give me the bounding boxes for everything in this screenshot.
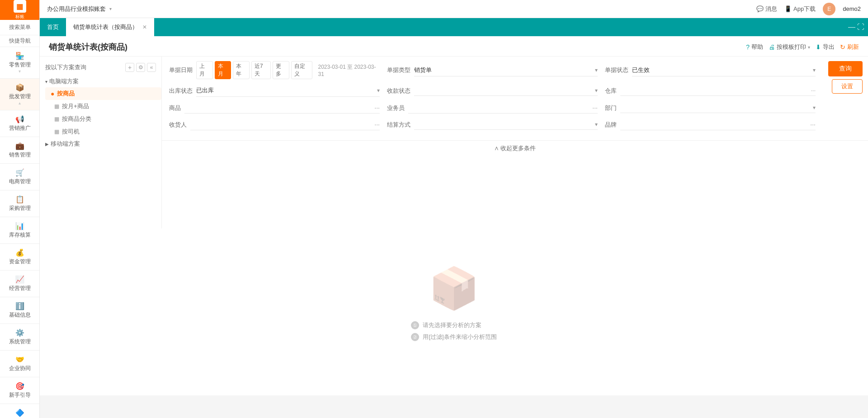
tab-minimize-icon[interactable]: — [848, 23, 855, 31]
message-icon: 💬 [756, 5, 764, 12]
sidebar-item-finance[interactable]: 💰 资金管理 [0, 244, 39, 271]
date-btn-last-month[interactable]: 上月 [196, 61, 213, 79]
sidebar-item-guide[interactable]: 🎯 新手引导 [0, 377, 39, 404]
tab-controls: — ⛶ [844, 23, 868, 31]
app-name-dropdown[interactable]: ▾ [109, 6, 112, 11]
desktop-arrow-icon: ▾ [45, 79, 47, 84]
filter-receiver: 收货人 ··· [169, 119, 380, 130]
date-btn-7days[interactable]: 近7天 [251, 61, 271, 79]
app-download-btn[interactable]: 📱 App下载 [784, 5, 816, 13]
warehouse-select[interactable]: ··· [620, 86, 816, 96]
order-type-value: 销货单 [414, 66, 432, 74]
settlement-select[interactable]: ▾ [414, 119, 598, 130]
retail-arrow: ▾ [19, 69, 21, 74]
app-logo[interactable]: ▦ 标账 [0, 0, 40, 20]
payment-status-select[interactable]: ▾ [414, 86, 598, 96]
header-left: 办公用品行业模拟账套 ▾ [47, 5, 112, 13]
search-menu[interactable]: 搜索菜单 [0, 20, 39, 35]
order-type-select[interactable]: 销货单 ▾ [414, 64, 598, 76]
sidebar-item-operations[interactable]: 📈 经营管理 [0, 271, 39, 297]
tab-sales-stats[interactable]: 销货单统计表（按商品） ✕ [66, 18, 154, 36]
solution-settings-btn[interactable]: ⚙ [136, 63, 145, 72]
tab-home[interactable]: 首页 [40, 18, 66, 36]
settlement-arrow: ▾ [595, 121, 598, 128]
warehouse-status-select[interactable]: 已出库 ▾ [196, 85, 380, 97]
receiver-select[interactable]: ··· [190, 119, 380, 130]
date-btn-this-year[interactable]: 本年 [233, 61, 250, 79]
sidebar-item-purchase[interactable]: 📋 采购管理 [0, 190, 39, 217]
query-button[interactable]: 查询 [828, 61, 863, 76]
product-category-icon: ▦ [54, 116, 59, 122]
date-btn-custom[interactable]: 自定义 [291, 61, 313, 79]
order-status-value: 已生效 [632, 66, 650, 74]
user-name[interactable]: demo2 [843, 5, 861, 12]
brand-dots[interactable]: ··· [810, 121, 816, 128]
solution-category-mobile-label[interactable]: ▶ 移动端方案 [40, 138, 161, 150]
salesperson-dots[interactable]: ··· [592, 104, 598, 111]
by-product-icon: ● [51, 90, 54, 97]
filter-row-3: 商品 ··· 业务员 [169, 102, 816, 114]
empty-tip-2: ② 用[过滤]条件来缩小分析范围 [411, 333, 496, 341]
desktop-category-label: 电脑端方案 [49, 77, 79, 86]
sidebar-item-retail[interactable]: 🏪 零售管理 ▾ [0, 47, 39, 79]
tab-bar: 首页 销货单统计表（按商品） ✕ — ⛶ [40, 18, 868, 36]
sidebar-item-apps[interactable]: 🔷 应用中心 [0, 404, 39, 418]
filter-salesperson: 业务员 ··· [387, 102, 598, 114]
template-print-btn[interactable]: 🖨 按模板打印 ▾ [769, 43, 810, 51]
export-btn[interactable]: ⬇ 导出 [816, 43, 835, 51]
sidebar-item-basic[interactable]: ℹ️ 基础信息 [0, 297, 39, 324]
message-btn[interactable]: 💬 消息 [756, 5, 777, 13]
tab-close-icon[interactable]: ✕ [142, 24, 147, 30]
filter-date-field: 单据日期 上月 本月 本年 近7天 更多 自定义 [169, 61, 380, 79]
sidebar-item-enterprise[interactable]: 🤝 企业协同 [0, 351, 39, 377]
solution-item-by-month-product[interactable]: ▦ 按月+商品 [45, 100, 161, 113]
solution-add-btn[interactable]: + [125, 63, 134, 72]
warehouse-label: 仓库 [605, 87, 617, 95]
solution-item-by-product-category[interactable]: ▦ 按商品分类 [45, 113, 161, 125]
solution-item-by-sku[interactable]: ▦ 按司机 [45, 125, 161, 138]
solution-item-by-product[interactable]: ● 按商品 [45, 87, 161, 100]
date-btn-more[interactable]: 更多 [273, 61, 289, 79]
empty-tip-1: ① 请先选择要分析的方案 [411, 321, 496, 329]
template-print-arrow[interactable]: ▾ [808, 45, 810, 50]
empty-tips: ① 请先选择要分析的方案 ② 用[过滤]条件来缩小分析范围 [411, 321, 496, 341]
mobile-category-label: 移动端方案 [51, 140, 80, 148]
brand-select[interactable]: ··· [620, 119, 816, 130]
department-select[interactable]: ▾ [620, 103, 816, 113]
order-status-select[interactable]: 已生效 ▾ [632, 64, 816, 76]
tip2-num: ② [411, 333, 419, 341]
solution-collapse-btn[interactable]: « [147, 63, 156, 72]
warehouse-status-label: 出库状态 [169, 87, 193, 95]
order-type-label: 单据类型 [387, 66, 410, 74]
refresh-btn[interactable]: ↻ 刷新 [840, 43, 859, 51]
product-dots[interactable]: ··· [374, 104, 380, 111]
receiver-dots[interactable]: ··· [374, 121, 380, 128]
sidebar-item-inventory[interactable]: 📊 库存核算 [0, 217, 39, 244]
sidebar-item-ecommerce[interactable]: 🛒 电商管理 [0, 164, 39, 190]
top-header: 办公用品行业模拟账套 ▾ 💬 消息 📱 App下载 E demo2 [40, 0, 868, 18]
guide-icon: 🎯 [15, 382, 24, 390]
salesperson-label: 业务员 [387, 104, 405, 112]
collapse-bar[interactable]: ∧ 收起更多条件 [162, 140, 868, 156]
sidebar-item-wholesale[interactable]: 📦 批发管理 ▴ [0, 79, 39, 110]
salesperson-select[interactable]: ··· [408, 102, 598, 114]
filter-row-2: 出库状态 已出库 ▾ 收款状态 [169, 85, 816, 97]
finance-icon: 💰 [15, 248, 24, 257]
product-select[interactable]: ··· [184, 102, 380, 114]
date-btn-this-month[interactable]: 本月 [215, 61, 231, 79]
shortcut-nav[interactable]: 快捷导航 [0, 35, 39, 47]
sidebar-item-sales[interactable]: 💼 销售管理 [0, 137, 39, 164]
sidebar-item-system[interactable]: ⚙️ 系统管理 [0, 324, 39, 351]
export-label: 导出 [823, 43, 835, 51]
help-btn[interactable]: ? 帮助 [746, 43, 763, 51]
logo-icon: ▦ [14, 0, 26, 13]
settings-button[interactable]: 设置 [832, 79, 863, 94]
solution-category-desktop-label[interactable]: ▾ 电脑端方案 [40, 76, 161, 87]
user-avatar[interactable]: E [823, 3, 835, 15]
filter-row-1: 单据日期 上月 本月 本年 近7天 更多 自定义 [169, 61, 816, 79]
sidebar-item-marketing[interactable]: 📢 营销推广 [0, 110, 39, 137]
solution-category-mobile: ▶ 移动端方案 [40, 138, 161, 150]
mobile-arrow-icon: ▶ [45, 142, 49, 147]
tab-maximize-icon[interactable]: ⛶ [857, 23, 864, 31]
date-range-value: 2023-03-01 至 2023-03-31 [318, 63, 380, 77]
